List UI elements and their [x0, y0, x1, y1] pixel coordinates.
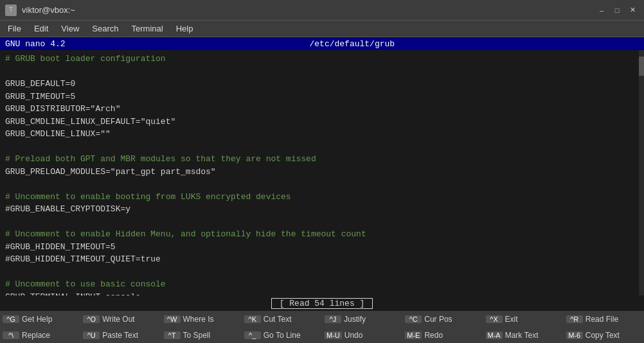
editor[interactable]: # GRUB boot loader configuration GRUB_DE… [0, 50, 644, 295]
menu-item-search[interactable]: Search [87, 22, 123, 35]
key-label: Exit [505, 315, 518, 324]
status-message: [ Read 54 lines ] [271, 298, 373, 309]
keybinding-item: M-ERedo [402, 327, 483, 343]
maximize-button[interactable]: □ [611, 4, 623, 17]
window-title: viktor@vbox:~ [22, 5, 75, 15]
editor-line: GRUB_TERMINAL_INPUT=console [5, 292, 141, 296]
keybinding-item: ^JJustify [322, 311, 402, 327]
keybinding-item: ^UPaste Text [80, 327, 161, 343]
menubar: FileEditViewSearchTerminalHelp [0, 21, 644, 37]
editor-line: GRUB_TIMEOUT=5 [5, 92, 75, 101]
editor-line: GRUB_PRELOAD_MODULES="part_gpt part_msdo… [5, 167, 216, 177]
scrollbar-thumb [639, 57, 644, 76]
keybinding-item: ^WWhere Is [161, 311, 242, 327]
key-label: Replace [22, 331, 50, 340]
key-shortcut: M-A [486, 331, 503, 339]
editor-line: # Uncomment to enable Hidden Menu, and o… [5, 229, 366, 239]
menu-item-view[interactable]: View [56, 22, 84, 35]
key-shortcut: ^U [83, 331, 100, 339]
keybinding-item: ^KCut Text [242, 311, 322, 327]
keybinding-item: ^TTo Spell [161, 327, 242, 343]
key-shortcut: M-U [325, 331, 342, 339]
editor-line: # Uncomment to use basic console [5, 279, 166, 289]
menu-item-help[interactable]: Help [171, 22, 199, 35]
editor-line: #GRUB_ENABLE_CRYPTODISK=y [5, 204, 130, 214]
nano-header: GNU nano 4.2 /etc/default/grub [0, 37, 644, 50]
keybinding-item: ^_Go To Line [242, 327, 322, 343]
key-shortcut: ^C [405, 315, 422, 323]
editor-line: GRUB_DISTRIBUTOR="Arch" [5, 104, 120, 114]
key-shortcut: ^R [566, 315, 583, 323]
close-button[interactable]: ✕ [626, 4, 639, 17]
key-shortcut: ^X [486, 315, 503, 323]
key-label: Redo [424, 331, 443, 340]
key-label: Justify [344, 315, 366, 324]
scrollbar[interactable] [639, 50, 644, 295]
key-label: Go To Line [264, 331, 301, 340]
key-label: Cur Pos [424, 315, 452, 324]
editor-line: #GRUB_HIDDEN_TIMEOUT_QUIET=true [5, 254, 161, 264]
keybinding-item: ^RRead File [564, 311, 644, 327]
menu-item-terminal[interactable]: Terminal [127, 22, 168, 35]
menu-item-file[interactable]: File [3, 22, 26, 35]
editor-line: # Uncomment to enable booting from LUKS … [5, 192, 291, 202]
editor-line: GRUB_DEFAULT=0 [5, 79, 75, 89]
key-label: Cut Text [264, 315, 292, 324]
key-label: Mark Text [505, 331, 539, 340]
editor-line: # Preload both GPT and MBR modules so th… [5, 154, 316, 164]
titlebar-left: T viktor@vbox:~ [5, 4, 75, 16]
editor-line: # GRUB boot loader configuration [5, 54, 166, 64]
key-label: Paste Text [102, 331, 138, 340]
keybinding-item: ^\Replace [0, 327, 80, 343]
key-shortcut: ^T [164, 331, 181, 339]
keybindings: ^GGet Help^OWrite Out^WWhere Is^KCut Tex… [0, 311, 644, 343]
key-label: Copy Text [586, 331, 620, 340]
key-label: To Spell [183, 331, 211, 340]
key-label: Undo [344, 331, 363, 340]
keybinding-item: ^CCur Pos [402, 311, 483, 327]
editor-container: # GRUB boot loader configuration GRUB_DE… [0, 50, 644, 295]
key-shortcut: ^G [3, 315, 19, 323]
editor-line: GRUB_CMDLINE_LINUX_DEFAULT="quiet" [5, 117, 175, 127]
nano-version: GNU nano 4.2 [5, 39, 66, 49]
keybinding-item: ^GGet Help [0, 311, 80, 327]
key-shortcut: M-E [405, 331, 422, 339]
statusbar: [ Read 54 lines ] [0, 295, 644, 311]
nano-filename: /etc/default/grub [310, 39, 395, 49]
keybinding-item: ^XExit [483, 311, 564, 327]
key-shortcut: ^_ [244, 331, 261, 339]
key-label: Write Out [102, 315, 134, 324]
menu-item-edit[interactable]: Edit [29, 22, 53, 35]
key-label: Get Help [22, 315, 52, 324]
keybinding-item: M-UUndo [322, 327, 402, 343]
key-shortcut: ^W [164, 315, 181, 323]
editor-line: GRUB_CMDLINE_LINUX="" [5, 129, 111, 139]
editor-line: #GRUB_HIDDEN_TIMEOUT=5 [5, 242, 116, 252]
terminal-icon: T [5, 4, 17, 16]
key-shortcut: ^K [244, 315, 261, 323]
keybinding-item: M-AMark Text [483, 327, 564, 343]
key-label: Where Is [183, 315, 214, 324]
keybinding-item: M-6Copy Text [564, 327, 644, 343]
minimize-button[interactable]: – [595, 4, 608, 17]
key-label: Read File [586, 315, 618, 324]
key-shortcut: ^\ [3, 331, 19, 339]
key-shortcut: ^J [325, 315, 341, 323]
key-shortcut: M-6 [566, 331, 583, 339]
keybinding-item: ^OWrite Out [80, 311, 161, 327]
window-controls: – □ ✕ [595, 4, 639, 17]
titlebar: T viktor@vbox:~ – □ ✕ [0, 0, 644, 21]
key-shortcut: ^O [83, 315, 100, 323]
